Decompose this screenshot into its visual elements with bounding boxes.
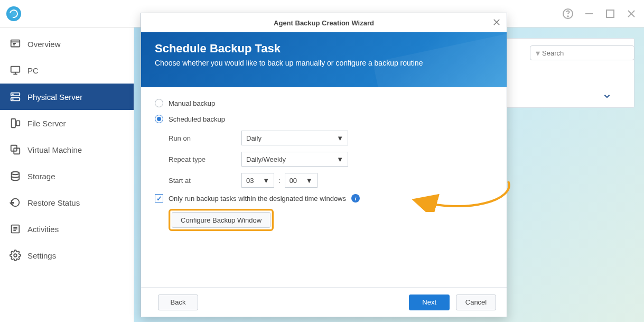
svg-point-15 (13, 94, 13, 95)
checkbox-icon (155, 194, 163, 203)
svg-point-1 (567, 16, 568, 17)
next-button[interactable]: Next (409, 295, 450, 310)
search-separator: ▾ (536, 48, 540, 58)
sidebar-item-label: File Server (27, 119, 66, 128)
caret-down-icon: ▼ (337, 155, 343, 163)
sidebar-item-storage[interactable]: Storage (0, 163, 134, 189)
modal-body: Manual backup Scheduled backup Run on Da… (141, 87, 507, 287)
select-value: Daily (246, 134, 262, 142)
radio-manual-backup[interactable]: Manual backup (155, 99, 493, 107)
sidebar-item-overview[interactable]: Overview (0, 31, 134, 57)
app-logo-icon (6, 6, 21, 21)
run-on-label: Run on (169, 134, 241, 142)
sidebar-item-file-server[interactable]: File Server (0, 110, 134, 136)
close-icon[interactable] (492, 17, 501, 27)
restore-icon (10, 197, 21, 208)
modal-title-text: Agent Backup Creation Wizard (274, 19, 374, 27)
svg-point-21 (12, 172, 20, 175)
repeat-type-label: Repeat type (169, 155, 241, 163)
sidebar-item-label: Restore Status (27, 198, 80, 207)
modal-header-title: Schedule Backup Task (155, 42, 493, 56)
sidebar-item-activities[interactable]: Activities (0, 216, 134, 242)
svg-rect-17 (12, 119, 15, 128)
maximize-icon[interactable] (604, 7, 617, 20)
caret-down-icon: ▼ (337, 134, 343, 142)
radio-label: Scheduled backup (169, 115, 225, 123)
sidebar-item-label: Activities (27, 225, 59, 234)
sidebar-item-label: Settings (27, 251, 56, 260)
radio-icon (155, 99, 163, 107)
run-on-select[interactable]: Daily ▼ (241, 131, 348, 145)
select-value: Daily/Weekly (246, 155, 286, 163)
storage-icon (10, 170, 21, 182)
chevron-down-icon[interactable] (602, 91, 612, 103)
activities-icon (10, 223, 21, 235)
sidebar-item-physical-server[interactable]: Physical Server (0, 84, 134, 110)
start-minute-select[interactable]: 00 ▼ (285, 173, 318, 188)
search-box[interactable]: ▾ (530, 45, 634, 60)
sidebar-item-label: PC (27, 66, 39, 75)
sidebar-item-label: Virtual Machine (27, 145, 82, 154)
repeat-type-select[interactable]: Daily/Weekly ▼ (241, 152, 348, 167)
search-input[interactable] (542, 49, 631, 57)
svg-point-26 (14, 254, 17, 257)
modal-footer: Back Next Cancel (141, 287, 507, 317)
modal-header: Schedule Backup Task Choose whether you … (141, 32, 507, 87)
annotation-highlight: Configure Backup Window (169, 209, 274, 231)
sidebar-item-virtual-machine[interactable]: Virtual Machine (0, 136, 134, 163)
sidebar-item-label: Physical Server (27, 93, 82, 102)
start-hour-select[interactable]: 03 ▼ (241, 173, 274, 188)
sidebar-item-restore-status[interactable]: Restore Status (0, 189, 134, 216)
select-value: 03 (246, 177, 254, 185)
select-value: 00 (290, 177, 297, 185)
sidebar: Overview PC Physical Server File Server … (0, 27, 134, 322)
file-server-icon (10, 117, 21, 129)
close-window-icon[interactable] (625, 7, 638, 20)
pc-icon (10, 65, 21, 76)
time-colon: : (278, 177, 281, 185)
svg-rect-10 (11, 67, 20, 72)
minimize-icon[interactable] (583, 7, 595, 20)
help-icon[interactable] (562, 7, 574, 20)
gear-icon (10, 250, 21, 261)
caret-down-icon: ▼ (306, 177, 313, 185)
sidebar-item-label: Storage (27, 172, 55, 181)
modal-titlebar: Agent Backup Creation Wizard (141, 13, 507, 32)
sidebar-item-settings[interactable]: Settings (0, 242, 134, 269)
radio-label: Manual backup (169, 99, 215, 107)
svg-rect-18 (16, 121, 20, 125)
modal-header-subtitle: Choose whether you would like to back up… (155, 59, 493, 67)
sidebar-item-label: Overview (27, 40, 61, 49)
wizard-modal: Agent Backup Creation Wizard Schedule Ba… (141, 13, 507, 317)
start-at-label: Start at (169, 177, 241, 185)
configure-backup-window-button[interactable]: Configure Backup Window (172, 212, 270, 228)
physical-server-icon (10, 91, 21, 103)
cancel-button[interactable]: Cancel (456, 295, 496, 310)
svg-rect-3 (606, 10, 614, 17)
info-icon[interactable]: i (351, 194, 360, 203)
radio-scheduled-backup[interactable]: Scheduled backup (155, 115, 493, 123)
vm-icon (10, 144, 21, 155)
time-window-checkbox-row[interactable]: Only run backup tasks within the designa… (155, 194, 493, 203)
checkbox-label: Only run backup tasks within the designa… (169, 195, 346, 203)
radio-icon (155, 115, 163, 123)
back-button[interactable]: Back (158, 295, 198, 310)
sidebar-item-pc[interactable]: PC (0, 57, 134, 84)
overview-icon (10, 38, 21, 50)
svg-point-16 (13, 99, 13, 99)
caret-down-icon: ▼ (263, 177, 269, 185)
